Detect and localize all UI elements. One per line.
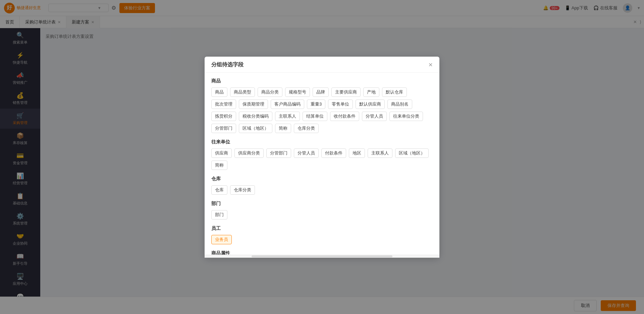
- field-tag-0-8[interactable]: 批次管理: [211, 100, 236, 109]
- field-tag-1-3[interactable]: 分管人员: [294, 148, 319, 158]
- field-tag-0-0[interactable]: 商品: [211, 87, 227, 97]
- field-tag-0-13[interactable]: 默认供应商: [356, 100, 385, 109]
- field-section-2: 仓库仓库仓库分类: [211, 176, 433, 195]
- field-tag-0-6[interactable]: 产地: [363, 87, 379, 97]
- field-tag-0-9[interactable]: 保质期管理: [239, 100, 268, 109]
- field-tag-0-16[interactable]: 税收分类编码: [239, 112, 272, 121]
- field-tag-1-7[interactable]: 区域（地区）: [395, 148, 429, 158]
- field-tag-0-15[interactable]: 拣货积分: [211, 112, 236, 121]
- field-tags-0: 商品商品类型商品分类规格型号品牌主要供应商产地默认仓库批次管理保质期管理客户商品…: [211, 87, 433, 133]
- field-tag-1-2[interactable]: 分管部门: [266, 148, 291, 158]
- field-tags-3: 部门: [211, 210, 433, 219]
- field-section-4: 员工业务员: [211, 226, 433, 244]
- field-tag-1-0[interactable]: 供应商: [211, 148, 232, 158]
- field-tag-0-14[interactable]: 商品别名: [387, 100, 412, 109]
- field-tag-0-25[interactable]: 仓库分类: [294, 124, 319, 133]
- field-tag-0-18[interactable]: 结算单位: [303, 112, 327, 121]
- field-tag-4-0[interactable]: 业务员: [211, 235, 232, 244]
- field-tag-2-1[interactable]: 仓库分类: [230, 185, 255, 195]
- close-icon[interactable]: ✕: [428, 62, 433, 68]
- field-tag-1-6[interactable]: 主联系人: [368, 148, 392, 158]
- field-tags-2: 仓库仓库分类: [211, 185, 433, 195]
- field-select-dialog: 分组待选字段 ✕ 商品商品商品类型商品分类规格型号品牌主要供应商产地默认仓库批次…: [205, 57, 439, 258]
- field-section-0: 商品商品商品类型商品分类规格型号品牌主要供应商产地默认仓库批次管理保质期管理客户…: [211, 78, 433, 133]
- section-title-2: 仓库: [211, 176, 433, 182]
- field-tag-0-20[interactable]: 分管人员: [362, 112, 387, 121]
- scrollbar-thumb: [252, 255, 392, 257]
- field-tag-1-1[interactable]: 供应商分类: [234, 148, 264, 158]
- field-tag-0-21[interactable]: 往来单位分类: [389, 112, 423, 121]
- field-tag-1-4[interactable]: 付款条件: [321, 148, 346, 158]
- field-tag-0-10[interactable]: 客户商品编码: [271, 100, 304, 109]
- field-tag-2-0[interactable]: 仓库: [211, 185, 227, 195]
- dialog-body[interactable]: 商品商品商品类型商品分类规格型号品牌主要供应商产地默认仓库批次管理保质期管理客户…: [205, 73, 439, 255]
- field-tags-4: 业务员: [211, 235, 433, 244]
- field-tag-0-12[interactable]: 零售单位: [328, 100, 353, 109]
- field-tag-0-17[interactable]: 主联系人: [275, 112, 300, 121]
- section-title-1: 往来单位: [211, 139, 433, 145]
- field-tag-0-11[interactable]: 重量3: [307, 100, 325, 109]
- field-tag-0-1[interactable]: 商品类型: [230, 87, 255, 97]
- field-tag-0-22[interactable]: 分管部门: [211, 124, 236, 133]
- field-tag-0-23[interactable]: 区域（地区）: [239, 124, 272, 133]
- section-title-4: 员工: [211, 226, 433, 232]
- field-tag-3-0[interactable]: 部门: [211, 210, 227, 219]
- field-tag-1-5[interactable]: 地区: [349, 148, 365, 158]
- field-section-3: 部门部门: [211, 201, 433, 219]
- section-title-3: 部门: [211, 201, 433, 207]
- dialog-header: 分组待选字段 ✕: [205, 57, 439, 73]
- section-title-0: 商品: [211, 78, 433, 84]
- field-section-1: 往来单位供应商供应商分类分管部门分管人员付款条件地区主联系人区域（地区）简称: [211, 139, 433, 170]
- field-tag-0-5[interactable]: 主要供应商: [331, 87, 361, 97]
- field-tag-1-8[interactable]: 简称: [211, 161, 227, 170]
- field-tag-0-7[interactable]: 默认仓库: [382, 87, 407, 97]
- field-tag-0-4[interactable]: 品牌: [313, 87, 329, 97]
- field-tag-0-24[interactable]: 简称: [275, 124, 291, 133]
- section-title-5: 商品属性: [211, 250, 433, 255]
- field-section-5: 商品属性属性颜色多规格尺码鞋码1: [211, 250, 433, 255]
- field-tag-0-3[interactable]: 规格型号: [285, 87, 310, 97]
- horizontal-scrollbar[interactable]: [205, 255, 439, 258]
- dialog-title: 分组待选字段: [211, 61, 244, 68]
- field-tag-0-19[interactable]: 收付款条件: [330, 112, 359, 121]
- field-tags-1: 供应商供应商分类分管部门分管人员付款条件地区主联系人区域（地区）简称: [211, 148, 433, 170]
- field-tag-0-2[interactable]: 商品分类: [258, 87, 282, 97]
- overlay: 分组待选字段 ✕ 商品商品商品类型商品分类规格型号品牌主要供应商产地默认仓库批次…: [0, 0, 644, 314]
